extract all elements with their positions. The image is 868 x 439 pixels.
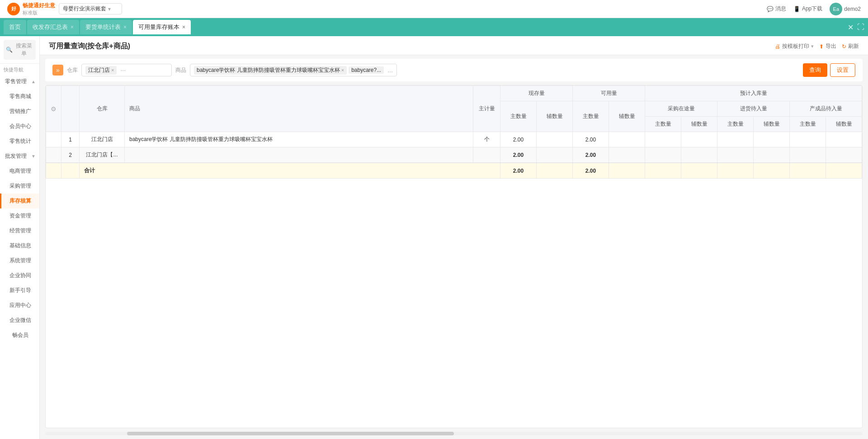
settings-btn[interactable]: 设置 — [830, 63, 855, 77]
refresh-icon: ↻ — [842, 43, 846, 50]
sidebar-item-ecommerce[interactable]: 电商管理 — [0, 164, 39, 179]
product-label: 商品 — [175, 66, 186, 74]
print-btn[interactable]: 🖨 按模板打印 ▾ — [775, 42, 814, 50]
th-incoming-group: 预计入库量 — [645, 86, 862, 101]
row2-index: 2 — [61, 147, 80, 163]
warehouse-filter-input[interactable]: 江北门店 × ··· — [81, 64, 172, 76]
row1-product-main — [790, 132, 826, 147]
top-bar-right: 💬 消息 📱 App下载 Ea demo2 — [767, 3, 861, 15]
warehouse-tag-close[interactable]: × — [111, 67, 114, 73]
scrollbar-thumb — [127, 432, 454, 435]
chevron-down-icon: ▾ — [108, 6, 111, 12]
logo-text: 畅捷通好生意 标准版 — [23, 2, 55, 16]
th-product-in-label: 产成品待入量 — [790, 101, 862, 117]
expand-filter-btn[interactable]: » — [52, 65, 63, 76]
row2-available-aux — [609, 147, 645, 163]
sidebar-item-finance[interactable]: 资金管理 — [0, 208, 39, 223]
message-btn[interactable]: 💬 消息 — [767, 5, 786, 13]
sidebar-item-vip-member[interactable]: 畅会员 — [0, 328, 39, 343]
summary-row: 合计 2.00 2.00 — [46, 163, 862, 179]
sidebar-item-business[interactable]: 经营管理 — [0, 223, 39, 238]
sidebar-item-purchase[interactable]: 采购管理 — [0, 179, 39, 194]
close-window-icon[interactable]: ✕ — [848, 23, 854, 32]
tab-available-stock[interactable]: 可用量库存账本 × — [133, 20, 191, 34]
page-header: 可用量查询(按仓库+商品) 🖨 按模板打印 ▾ ⬆ 导出 ↻ 刷新 — [40, 36, 868, 55]
tab-bar-right: ✕ ⛶ — [848, 23, 864, 32]
sidebar-item-retail-mgmt[interactable]: 零售管理 ▲ — [0, 74, 39, 89]
table-row: 2 江北门店【... 2.00 2.00 — [46, 147, 862, 163]
row1-product-aux — [826, 132, 862, 147]
sidebar-item-member-center[interactable]: 会员中心 — [0, 119, 39, 134]
app-icon: 📱 — [793, 6, 800, 12]
tab-close-order-stats[interactable]: × — [123, 24, 127, 30]
data-table-wrapper: ⚙ 仓库 商品 主计量 现存量 可用量 预计入库量 主数量 辅数量 主数量 — [45, 85, 863, 428]
row2-goods-main — [717, 147, 754, 163]
page-title: 可用量查询(按仓库+商品) — [49, 42, 130, 51]
tab-close-available-stock[interactable]: × — [182, 24, 185, 30]
sidebar: 🔍 搜索菜单 快捷导航 零售管理 ▲ 零售商城 营销推广 会员中心 零售统计 批… — [0, 36, 40, 439]
product-more-icon[interactable]: ... — [387, 66, 393, 74]
product-tag-2: babycare?... — [349, 66, 384, 74]
sidebar-item-retail-stats[interactable]: 零售统计 — [0, 134, 39, 149]
chevron-down-icon: ▾ — [811, 43, 814, 49]
table-settings-icon[interactable]: ⚙ — [51, 105, 57, 113]
row1-product: babycare学饮杯 儿童防摔防撞吸管杯重力球吸嘴杯宝宝水杯 — [125, 132, 473, 147]
product-filter-input[interactable]: babycare学饮杯 儿童防摔防撞吸管杯重力球吸嘴杯宝宝水杯 × babyca… — [190, 64, 397, 76]
sidebar-item-enterprise[interactable]: 企业协同 — [0, 268, 39, 283]
chevron-icon: ▲ — [31, 79, 36, 84]
row1-available-main: 2.00 — [573, 132, 609, 147]
horizontal-scrollbar[interactable] — [45, 432, 863, 435]
product-tag-1-close[interactable]: × — [341, 67, 344, 73]
th-goods-in-label: 进货待入量 — [717, 101, 790, 117]
tenant-selector[interactable]: 母婴行业演示账套 ▾ — [59, 3, 122, 14]
sidebar-search-btn[interactable]: 🔍 搜索菜单 — [4, 40, 36, 60]
print-icon: 🖨 — [775, 43, 780, 50]
quick-nav-label: 快捷导航 — [0, 64, 39, 74]
row1-purchase-main — [645, 132, 681, 147]
sidebar-item-enterprise-wechat[interactable]: 企业微信 — [0, 313, 39, 328]
th-purchase-aux: 辅数量 — [681, 117, 717, 132]
sidebar-item-inventory[interactable]: 库存核算 — [0, 194, 39, 208]
row1-stock-main: 2.00 — [500, 132, 537, 147]
th-index — [61, 86, 80, 132]
th-stock-aux: 辅数量 — [537, 101, 573, 132]
warehouse-tag: 江北门店 × — [85, 66, 117, 75]
tab-order-stats[interactable]: 要货单统计表 × — [80, 20, 132, 34]
maximize-icon[interactable]: ⛶ — [857, 23, 864, 31]
th-product-aux: 辅数量 — [826, 117, 862, 132]
avatar: Ea — [830, 3, 842, 15]
sidebar-item-newbie[interactable]: 新手引导 — [0, 283, 39, 298]
sidebar-item-retail-store[interactable]: 零售商城 — [0, 89, 39, 104]
main-layout: 🔍 搜索菜单 快捷导航 零售管理 ▲ 零售商城 营销推广 会员中心 零售统计 批… — [0, 36, 868, 439]
row2-product — [125, 147, 473, 163]
row2-stock-main: 2.00 — [500, 147, 537, 163]
summary-stock-aux — [537, 163, 573, 179]
sidebar-search-area: 🔍 搜索菜单 — [0, 36, 39, 64]
query-btn[interactable]: 查询 — [803, 63, 827, 77]
summary-product-aux — [826, 163, 862, 179]
refresh-btn[interactable]: ↻ 刷新 — [842, 42, 859, 50]
tab-close-income-expense[interactable]: × — [71, 24, 74, 30]
summary-available-main: 2.00 — [573, 163, 609, 179]
tab-home[interactable]: 首页 — [4, 20, 26, 34]
sidebar-item-wholesale-mgmt[interactable]: 批发管理 ▼ — [0, 149, 39, 164]
warehouse-more-icon[interactable]: ··· — [120, 66, 126, 74]
sidebar-item-system[interactable]: 系统管理 — [0, 253, 39, 268]
user-area[interactable]: Ea demo2 — [830, 3, 861, 15]
tab-income-expense[interactable]: 收发存汇总表 × — [27, 20, 79, 34]
tab-bar: 首页 收发存汇总表 × 要货单统计表 × 可用量库存账本 × ✕ ⛶ — [0, 18, 868, 36]
sidebar-item-marketing[interactable]: 营销推广 — [0, 104, 39, 119]
page-actions: 🖨 按模板打印 ▾ ⬆ 导出 ↻ 刷新 — [775, 42, 859, 50]
export-btn[interactable]: ⬆ 导出 — [819, 42, 836, 50]
sidebar-item-app-center[interactable]: 应用中心 — [0, 298, 39, 313]
summary-purchase-aux — [681, 163, 717, 179]
filter-actions: 查询 设置 — [803, 63, 855, 77]
row2-unit — [473, 147, 500, 163]
summary-index — [61, 163, 80, 179]
row1-settings — [46, 132, 61, 147]
row1-purchase-aux — [681, 132, 717, 147]
content-area: 可用量查询(按仓库+商品) 🖨 按模板打印 ▾ ⬆ 导出 ↻ 刷新 » — [40, 36, 868, 439]
app-download-btn[interactable]: 📱 App下载 — [793, 5, 822, 13]
sidebar-item-basics[interactable]: 基础信息 — [0, 238, 39, 253]
search-icon: 🔍 — [6, 47, 13, 53]
